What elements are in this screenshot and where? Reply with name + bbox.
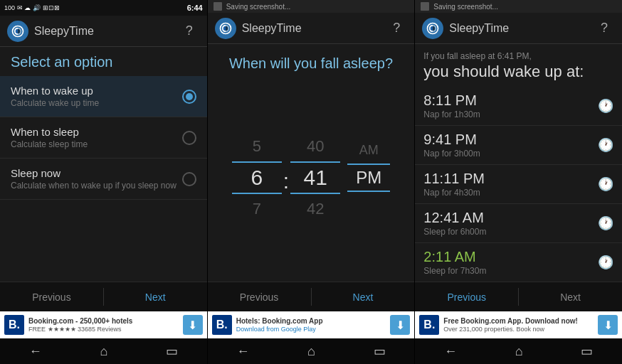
ad-line2-2: Download from Google Play	[236, 326, 386, 334]
result-subtitle: If you fall asleep at 6:41 PM,	[415, 48, 622, 61]
option-text-2: When to sleep Calculate sleep time	[11, 126, 182, 149]
status-right-1: 6:44	[187, 4, 203, 12]
ad-download-3[interactable]: ⬇	[598, 315, 618, 335]
saving-text-2: Saving screenshot...	[226, 3, 291, 11]
option-title-1: When to wake up	[11, 85, 182, 97]
home-btn-2[interactable]: ⌂	[293, 341, 330, 362]
result-title: you should wake up at:	[415, 61, 622, 87]
radio-1[interactable]	[182, 90, 196, 104]
option-sleep[interactable]: When to sleep Calculate sleep time	[0, 117, 207, 159]
hour-above: 5	[253, 132, 261, 161]
time-picker[interactable]: 5 6 7 : 40 41 42 AM PM -	[218, 80, 404, 274]
ad-line1-3: Free Booking.com App. Download now!	[443, 316, 594, 326]
time-colon: :	[282, 169, 290, 193]
recents-btn-3[interactable]: ▭	[566, 341, 607, 362]
app-logo-3	[422, 18, 443, 39]
back-btn-3[interactable]: ←	[430, 341, 471, 362]
next-btn-3[interactable]: Next	[519, 282, 622, 311]
minute-column[interactable]: 40 41 42	[290, 132, 340, 224]
ad-line1-2: Hotels: Booking.com App	[236, 316, 386, 326]
alarm-icon-2[interactable]: 🕐	[598, 176, 613, 192]
status-left-1: 100 ✉ ☁ 🔊 ⊞⊡⊠	[4, 4, 60, 11]
recents-btn-1[interactable]: ▭	[152, 341, 192, 362]
prev-btn-1[interactable]: Previous	[0, 282, 103, 311]
screen3: Saving screenshot... SleepyTime ? If you…	[415, 0, 622, 364]
status-small-icons-1: ⊞⊡⊠	[43, 4, 60, 11]
home-btn-1[interactable]: ⌂	[85, 341, 122, 362]
ad-text-1: Booking.com - 250,000+ hotels FREE ★★★★★…	[28, 316, 179, 334]
hour-column[interactable]: 5 6 7	[232, 132, 282, 224]
alarm-icon-1[interactable]: 🕐	[598, 137, 613, 153]
system-nav-3: ← ⌂ ▭	[415, 338, 622, 364]
hour-below: 7	[253, 194, 261, 224]
ad-download-1[interactable]: ⬇	[183, 315, 203, 335]
ad-line2-1: FREE ★★★★★ 33685 Reviews	[28, 326, 179, 334]
ad-icon-1: B.	[4, 315, 24, 335]
help-icon-1[interactable]: ?	[179, 23, 200, 38]
status-bar-1: 100 ✉ ☁ 🔊 ⊞⊡⊠ 6:44	[0, 0, 207, 16]
wake-label-0: Nap for 1h30m	[423, 109, 480, 119]
wake-item-3[interactable]: 12:41 AM Sleep for 6h00m 🕐	[415, 204, 622, 243]
bottom-nav-3: Previous Next	[415, 282, 622, 311]
ampm-current[interactable]: PM	[347, 164, 390, 192]
radio-3[interactable]	[182, 172, 196, 186]
ad-icon-3: B.	[419, 315, 439, 335]
prev-btn-3[interactable]: Previous	[415, 282, 518, 311]
wake-time-2: 11:11 PM	[423, 171, 485, 187]
app-title-2: SleepyTime	[242, 22, 386, 35]
option-sub-2: Calculate sleep time	[11, 139, 182, 149]
ad-icon-2: B.	[212, 315, 232, 335]
wake-item-0[interactable]: 8:11 PM Nap for 1h30m 🕐	[415, 87, 622, 126]
screen2-question: When will you fall asleep?	[218, 51, 404, 80]
next-btn-1[interactable]: Next	[104, 282, 207, 311]
ampm-column[interactable]: AM PM -	[347, 137, 390, 218]
select-title: Select an option	[0, 47, 207, 76]
bottom-nav-2: Previous Next	[208, 282, 415, 311]
home-btn-3[interactable]: ⌂	[501, 341, 537, 362]
screen1-content: Select an option When to wake up Calcula…	[0, 47, 207, 282]
option-text-3: Sleep now Calculate when to wake up if y…	[11, 167, 182, 191]
minute-current[interactable]: 41	[290, 161, 340, 194]
help-icon-2[interactable]: ?	[386, 21, 407, 36]
screen3-content: If you fall asleep at 6:41 PM, you shoul…	[415, 44, 622, 282]
alarm-icon-4[interactable]: 🕐	[598, 255, 613, 270]
wake-item-info-0: 8:11 PM Nap for 1h30m	[423, 92, 480, 119]
wake-item-info-2: 11:11 PM Nap for 4h30m	[423, 171, 485, 198]
ad-text-3: Free Booking.com App. Download now! Over…	[443, 316, 594, 334]
wake-item-4[interactable]: 2:11 AM Sleep for 7h30m 🕐	[415, 243, 622, 282]
ad-bar-1[interactable]: B. Booking.com - 250,000+ hotels FREE ★★…	[0, 311, 207, 338]
status-time-1: 6:44	[187, 4, 203, 12]
app-title-3: SleepyTime	[449, 22, 594, 35]
bottom-nav-1: Previous Next	[0, 282, 207, 311]
wake-item-2[interactable]: 11:11 PM Nap for 4h30m 🕐	[415, 165, 622, 204]
app-title-1: SleepyTime	[34, 25, 179, 38]
option-title-3: Sleep now	[11, 167, 182, 179]
saving-bar-2: Saving screenshot...	[208, 0, 415, 13]
recents-btn-2[interactable]: ▭	[359, 341, 400, 362]
app-logo-1	[7, 21, 28, 42]
minute-above: 40	[307, 132, 324, 161]
wake-item-1[interactable]: 9:41 PM Nap for 3h00m 🕐	[415, 126, 622, 165]
help-icon-3[interactable]: ?	[594, 21, 615, 36]
prev-btn-2[interactable]: Previous	[208, 282, 311, 311]
next-btn-2[interactable]: Next	[312, 282, 415, 311]
wake-label-4: Sleep for 7h30m	[423, 266, 486, 276]
ad-line2-3: Over 231,000 properties. Book now	[443, 326, 594, 334]
hour-current[interactable]: 6	[232, 161, 282, 194]
screen1: 100 ✉ ☁ 🔊 ⊞⊡⊠ 6:44 SleepyTime ? Select a…	[0, 0, 208, 364]
back-btn-2[interactable]: ←	[222, 341, 263, 362]
option-wake-up[interactable]: When to wake up Calculate wake up time	[0, 76, 207, 117]
ad-bar-2[interactable]: B. Hotels: Booking.com App Download from…	[208, 311, 415, 338]
wake-label-1: Nap for 3h00m	[423, 149, 480, 159]
ad-bar-3[interactable]: B. Free Booking.com App. Download now! O…	[415, 311, 622, 338]
option-title-2: When to sleep	[11, 126, 182, 138]
alarm-icon-3[interactable]: 🕐	[598, 215, 613, 231]
radio-2[interactable]	[182, 131, 196, 145]
saving-icon-3	[421, 2, 429, 11]
ad-download-2[interactable]: ⬇	[390, 315, 410, 335]
app-bar-2: SleepyTime ?	[208, 13, 415, 44]
back-btn-1[interactable]: ←	[15, 341, 56, 362]
option-sleep-now[interactable]: Sleep now Calculate when to wake up if y…	[0, 159, 207, 200]
wake-item-info-4: 2:11 AM Sleep for 7h30m	[423, 249, 486, 276]
alarm-icon-0[interactable]: 🕐	[598, 98, 613, 114]
